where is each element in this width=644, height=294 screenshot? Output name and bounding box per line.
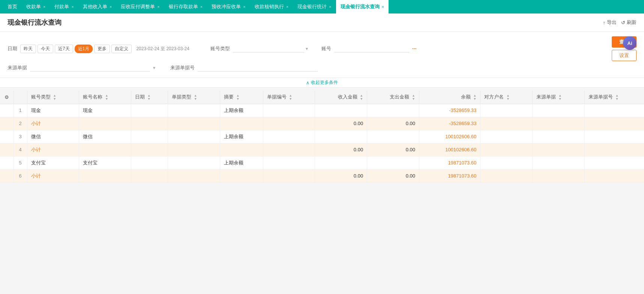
close-tab-0-icon[interactable]: × — [43, 0, 45, 13]
account-label: 账号 — [321, 45, 331, 52]
header-actions: ↑ 导出 ↺ 刷新 — [603, 19, 637, 26]
page-header: 现金银行流水查询 ↑ 导出 ↺ 刷新 — [0, 13, 644, 32]
th-doc-no[interactable]: 单据编号 ▲▼ — [263, 91, 315, 104]
ai-badge[interactable]: Ai — [623, 36, 636, 50]
th-summary[interactable]: 摘要 ▲▼ — [220, 91, 263, 104]
th-balance[interactable]: 余额 ▲▼ — [419, 91, 480, 104]
nav-tab-0[interactable]: 收款单 × — [22, 0, 50, 13]
filter-row-1: 日期 昨天 今天 近7天 近1月 更多 自定义 2023-02-24 至 202… — [8, 36, 636, 61]
th-doc-type[interactable]: 单据类型 ▲▼ — [168, 91, 220, 104]
th-num — [14, 91, 27, 104]
th-counterpart[interactable]: 对方户名 ▲▼ — [480, 91, 533, 104]
data-table: ⚙ 账号类型 ▲▼ 账号名称 ▲▼ 日期 ▲▼ 单据类型 ▲▼ 摘要 ▲▼ 单据… — [0, 91, 644, 183]
close-tab-7-icon[interactable]: × — [329, 0, 331, 13]
close-tab-1-icon[interactable]: × — [71, 0, 74, 13]
date-label: 日期 — [8, 45, 17, 52]
source-doc-label: 来源单据 — [8, 64, 27, 71]
source-doc-no-label: 来源单据号 — [170, 64, 195, 71]
date-btn-more[interactable]: 更多 — [94, 45, 110, 53]
table-row: 4小计0.000.00100102606.60 — [0, 143, 644, 156]
close-tab-4-icon[interactable]: × — [200, 0, 203, 13]
th-account-name[interactable]: 账号名称 ▲▼ — [79, 91, 131, 104]
source-doc-dropdown-icon[interactable]: ▾ — [153, 65, 155, 70]
th-source-doc-no[interactable]: 来源单据号 ▲▼ — [584, 91, 644, 104]
date-btn-custom[interactable]: 自定义 — [111, 45, 132, 53]
account-input[interactable] — [334, 45, 409, 52]
account-type-filter-group: 账号类型 ▾ — [210, 45, 308, 52]
table-body: 1现金现金上期余额-3528659.332小计0.000.00-3528659.… — [0, 104, 644, 182]
filter-area: 日期 昨天 今天 近7天 近1月 更多 自定义 2023-02-24 至 202… — [0, 32, 644, 78]
top-navigation: 首页 收款单 × 付款单 × 其他收入单 × 应收应付调整单 × 银行存取款单 … — [0, 0, 644, 13]
th-date[interactable]: 日期 ▲▼ — [131, 91, 168, 104]
close-tab-2-icon[interactable]: × — [110, 0, 112, 13]
table-row: 6小计0.000.0019871073.60 — [0, 169, 644, 182]
nav-tab-6[interactable]: 收款核销执行 × — [250, 0, 293, 13]
table-header-row: ⚙ 账号类型 ▲▼ 账号名称 ▲▼ 日期 ▲▼ 单据类型 ▲▼ 摘要 ▲▼ 单据… — [0, 91, 644, 104]
date-btn-1month[interactable]: 近1月 — [75, 45, 93, 53]
nav-tab-3[interactable]: 应收应付调整单 × — [116, 0, 164, 13]
close-tab-3-icon[interactable]: × — [157, 0, 159, 13]
filter-row-2: 来源单据 ▾ 来源单据号 — [8, 64, 636, 72]
page-title: 现金银行流水查询 — [8, 18, 62, 27]
close-tab-5-icon[interactable]: × — [243, 0, 245, 13]
account-type-dropdown-icon[interactable]: ▾ — [306, 46, 308, 51]
account-type-label: 账号类型 — [210, 45, 230, 52]
table-container: ⚙ 账号类型 ▲▼ 账号名称 ▲▼ 日期 ▲▼ 单据类型 ▲▼ 摘要 ▲▼ 单据… — [0, 91, 644, 183]
date-btn-today[interactable]: 今天 — [38, 45, 53, 53]
account-type-select[interactable] — [233, 45, 304, 52]
th-gear[interactable]: ⚙ — [0, 91, 14, 104]
th-expense[interactable]: 支出金额 ▲▼ — [367, 91, 419, 104]
table-row: 2小计0.000.00-3528659.33 — [0, 117, 644, 130]
account-field-wrapper: ··· — [334, 45, 417, 52]
th-income[interactable]: 收入金额 ▲▼ — [315, 91, 367, 104]
close-tab-8-icon[interactable]: × — [382, 0, 384, 13]
source-doc-filter-group: 来源单据 ▾ — [8, 64, 155, 72]
nav-tab-8[interactable]: 现金银行流水查询 × — [336, 0, 389, 13]
th-source-doc[interactable]: 来源单据 ▲▼ — [533, 91, 585, 104]
collapse-bar[interactable]: ∧ 收起更多条件 — [0, 78, 644, 88]
nav-home[interactable]: 首页 — [3, 0, 22, 13]
source-doc-no-filter-group: 来源单据号 — [170, 64, 318, 72]
settings-button[interactable]: 设置 — [612, 50, 636, 61]
refresh-button[interactable]: ↺ 刷新 — [621, 19, 636, 26]
export-button[interactable]: ↑ 导出 — [603, 19, 617, 26]
th-account-type[interactable]: 账号类型 ▲▼ — [27, 91, 79, 104]
source-doc-no-input[interactable] — [198, 64, 318, 72]
account-dots-button[interactable]: ··· — [412, 46, 417, 52]
refresh-icon: ↺ — [621, 20, 625, 25]
account-filter-group: 账号 ··· — [321, 45, 417, 52]
date-btn-yesterday[interactable]: 昨天 — [20, 45, 36, 53]
nav-tab-4[interactable]: 银行存取款单 × — [164, 0, 207, 13]
nav-tab-1[interactable]: 付款单 × — [50, 0, 78, 13]
nav-tab-7[interactable]: 现金银行统计 × — [293, 0, 336, 13]
source-doc-select[interactable] — [30, 64, 150, 72]
nav-tab-5[interactable]: 预收冲应收单 × — [207, 0, 250, 13]
table-row: 1现金现金上期余额-3528659.33 — [0, 104, 644, 117]
account-type-select-wrapper: ▾ — [233, 45, 308, 52]
table-row: 5支付宝支付宝上期余额19871073.60 — [0, 156, 644, 169]
nav-tab-2[interactable]: 其他收入单 × — [78, 0, 116, 13]
table-row: 3微信微信上期余额100102606.60 — [0, 130, 644, 143]
collapse-label: 收起更多条件 — [311, 79, 338, 86]
export-icon: ↑ — [603, 20, 606, 25]
date-btn-7days[interactable]: 近7天 — [55, 45, 73, 53]
collapse-up-icon: ∧ — [306, 80, 309, 85]
date-filter-group: 日期 昨天 今天 近7天 近1月 更多 自定义 2023-02-24 至 202… — [8, 45, 189, 53]
date-buttons: 昨天 今天 近7天 近1月 更多 自定义 — [20, 45, 132, 53]
date-range-text: 2023-02-24 至 2023-03-24 — [136, 46, 189, 52]
close-tab-6-icon[interactable]: × — [286, 0, 288, 13]
